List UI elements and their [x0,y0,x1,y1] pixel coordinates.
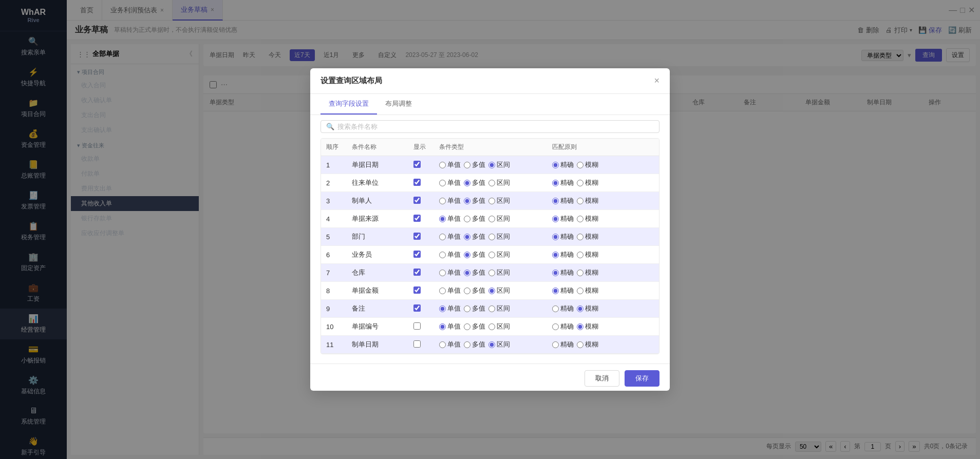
col-name: 条件名称 [347,139,408,156]
match-fuzzy[interactable]: 模糊 [577,232,598,241]
match-exact[interactable]: 精确 [552,286,574,295]
match-exact[interactable]: 精确 [552,196,574,205]
match-exact[interactable]: 精确 [552,340,574,349]
match-fuzzy[interactable]: 模糊 [577,286,598,295]
type-range[interactable]: 区间 [488,250,510,259]
row-type: 单值 多值 区间 [434,246,547,264]
row-condition-name: 业务员 [347,246,408,264]
row-match: 精确 模糊 [547,300,659,318]
show-checkbox[interactable] [413,233,421,240]
type-single[interactable]: 单值 [439,160,461,169]
type-single[interactable]: 单值 [439,196,461,205]
match-fuzzy[interactable]: 模糊 [577,196,598,205]
table-row: 1单据日期 单值 多值 区间 精确 模糊 [321,156,659,174]
row-condition-name: 单据编号 [347,318,408,336]
show-checkbox[interactable] [413,215,421,222]
match-fuzzy[interactable]: 模糊 [577,304,598,313]
row-show-checkbox [408,192,434,210]
type-range[interactable]: 区间 [488,232,510,241]
type-single[interactable]: 单值 [439,214,461,223]
modal-tab-field-settings[interactable]: 查询字段设置 [321,94,377,114]
type-range[interactable]: 区间 [488,322,510,331]
row-condition-name: 单据日期 [347,156,408,174]
row-type: 单值 多值 区间 [434,264,547,282]
match-exact[interactable]: 精确 [552,178,574,187]
show-checkbox[interactable] [413,161,421,168]
row-show-checkbox [408,300,434,318]
type-multi[interactable]: 多值 [464,232,485,241]
type-single[interactable]: 单值 [439,340,461,349]
type-multi[interactable]: 多值 [464,340,485,349]
table-row: 7仓库 单值 多值 区间 精确 模糊 [321,264,659,282]
search-input[interactable] [337,123,440,130]
match-fuzzy[interactable]: 模糊 [577,160,598,169]
show-checkbox[interactable] [413,304,421,312]
type-range[interactable]: 区间 [488,304,510,313]
show-checkbox[interactable] [413,179,421,186]
row-order: 10 [321,318,347,336]
type-range[interactable]: 区间 [488,178,510,187]
show-checkbox[interactable] [413,322,421,330]
table-row: 5部门 单值 多值 区间 精确 模糊 [321,228,659,246]
row-type: 单值 多值 区间 [434,318,547,336]
modal-table: 顺序 条件名称 显示 条件类型 匹配原则 1单据日期 单值 多值 区间 精确 模… [321,138,659,354]
modal-save-button[interactable]: 保存 [625,370,659,387]
match-fuzzy[interactable]: 模糊 [577,268,598,277]
show-checkbox[interactable] [413,286,421,294]
match-exact[interactable]: 精确 [552,250,574,259]
type-multi[interactable]: 多值 [464,178,485,187]
match-fuzzy[interactable]: 模糊 [577,322,598,331]
match-exact[interactable]: 精确 [552,322,574,331]
show-checkbox[interactable] [413,340,421,348]
modal-search: 🔍 [310,115,670,138]
modal-close-btn[interactable]: × [654,75,659,86]
table-row: 9备注 单值 多值 区间 精确 模糊 [321,300,659,318]
row-match: 精确 模糊 [547,192,659,210]
modal-footer: 取消 保存 [310,364,670,391]
match-fuzzy[interactable]: 模糊 [577,214,598,223]
type-multi[interactable]: 多值 [464,322,485,331]
match-fuzzy[interactable]: 模糊 [577,250,598,259]
type-range[interactable]: 区间 [488,214,510,223]
type-range[interactable]: 区间 [488,286,510,295]
row-order: 2 [321,174,347,192]
match-exact[interactable]: 精确 [552,214,574,223]
type-multi[interactable]: 多值 [464,304,485,313]
type-range[interactable]: 区间 [488,196,510,205]
cancel-button[interactable]: 取消 [585,370,619,387]
type-single[interactable]: 单值 [439,322,461,331]
match-fuzzy[interactable]: 模糊 [577,178,598,187]
type-single[interactable]: 单值 [439,232,461,241]
row-order: 5 [321,228,347,246]
match-exact[interactable]: 精确 [552,268,574,277]
table-row: 6业务员 单值 多值 区间 精确 模糊 [321,246,659,264]
type-multi[interactable]: 多值 [464,160,485,169]
type-single[interactable]: 单值 [439,178,461,187]
show-checkbox[interactable] [413,251,421,258]
match-exact[interactable]: 精确 [552,160,574,169]
row-type: 单值 多值 区间 [434,228,547,246]
match-fuzzy[interactable]: 模糊 [577,340,598,349]
type-single[interactable]: 单值 [439,286,461,295]
match-exact[interactable]: 精确 [552,232,574,241]
show-checkbox[interactable] [413,197,421,204]
show-checkbox[interactable] [413,269,421,276]
type-multi[interactable]: 多值 [464,214,485,223]
type-single[interactable]: 单值 [439,250,461,259]
type-multi[interactable]: 多值 [464,286,485,295]
type-single[interactable]: 单值 [439,268,461,277]
type-range[interactable]: 区间 [488,160,510,169]
type-single[interactable]: 单值 [439,304,461,313]
row-show-checkbox [408,210,434,228]
type-multi[interactable]: 多值 [464,268,485,277]
type-multi[interactable]: 多值 [464,250,485,259]
table-row: 8单据金额 单值 多值 区间 精确 模糊 [321,282,659,300]
match-exact[interactable]: 精确 [552,304,574,313]
row-show-checkbox [408,282,434,300]
row-show-checkbox [408,156,434,174]
modal-tab-layout[interactable]: 布局调整 [377,94,420,114]
type-range[interactable]: 区间 [488,340,510,349]
type-multi[interactable]: 多值 [464,196,485,205]
row-condition-name: 单据来源 [347,210,408,228]
type-range[interactable]: 区间 [488,268,510,277]
